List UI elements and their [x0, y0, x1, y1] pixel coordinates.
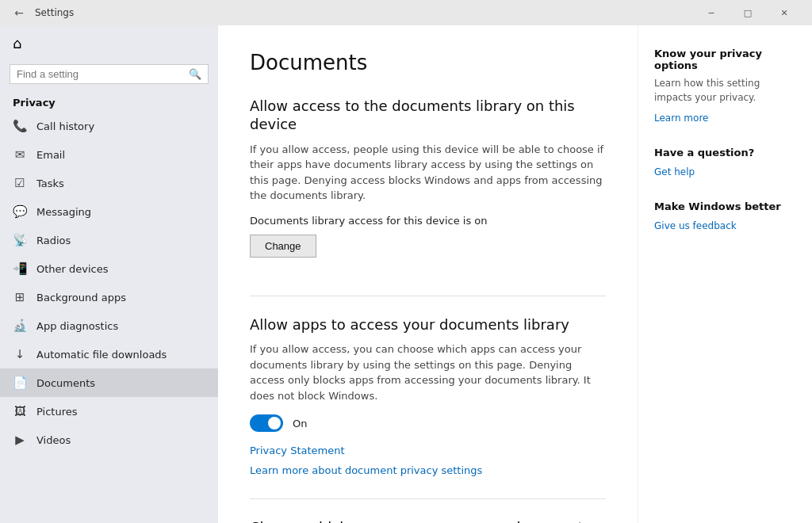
- search-icon: 🔍: [189, 68, 201, 80]
- maximize-icon: □: [744, 8, 752, 18]
- divider-2: [250, 498, 606, 499]
- messaging-label: Messaging: [36, 206, 91, 218]
- automatic-file-downloads-icon: ↓: [13, 347, 27, 361]
- other-devices-label: Other devices: [36, 263, 109, 275]
- pictures-icon: 🖼: [13, 404, 27, 418]
- videos-label: Videos: [36, 434, 71, 446]
- privacy-statement-link[interactable]: Privacy Statement: [250, 445, 606, 456]
- learn-more-documents-link[interactable]: Learn more about document privacy settin…: [250, 464, 606, 476]
- videos-icon: ▶: [13, 433, 27, 447]
- sidebar-item-call-history[interactable]: 📞Call history: [0, 112, 218, 140]
- sidebar-item-automatic-file-downloads[interactable]: ↓Automatic file downloads: [0, 340, 218, 368]
- close-icon: ✕: [780, 8, 787, 18]
- make-windows-better-panel: Make Windows better Give us feedback: [654, 200, 796, 232]
- app-diagnostics-label: App diagnostics: [36, 320, 118, 332]
- right-panel: Know your privacy options Learn how this…: [638, 25, 812, 523]
- email-label: Email: [36, 149, 65, 161]
- automatic-file-downloads-label: Automatic file downloads: [36, 349, 167, 361]
- divider-1: [250, 296, 606, 296]
- close-button[interactable]: ✕: [766, 0, 802, 25]
- search-box[interactable]: 🔍: [10, 64, 209, 84]
- toggle-row: On: [250, 414, 606, 432]
- apps-access-toggle[interactable]: [250, 414, 283, 432]
- app-container: ⌂ 🔍 Privacy 📞Call history✉Email☑Tasks💬Me…: [0, 25, 812, 523]
- maximize-button[interactable]: □: [730, 0, 766, 25]
- sidebar-item-radios[interactable]: 📡Radios: [0, 226, 218, 254]
- documents-label: Documents: [36, 377, 95, 389]
- documents-icon: 📄: [13, 376, 27, 390]
- nav-items-list: 📞Call history✉Email☑Tasks💬Messaging📡Radi…: [0, 112, 218, 454]
- minimize-icon: ─: [709, 8, 714, 18]
- titlebar: ← Settings ─ □ ✕: [0, 0, 812, 25]
- app-diagnostics-icon: 🔬: [13, 319, 27, 333]
- messaging-icon: 💬: [13, 204, 27, 219]
- device-access-title: Allow access to the documents library on…: [250, 97, 606, 134]
- titlebar-title: Settings: [35, 7, 693, 18]
- device-access-desc: If you allow access, people using this d…: [250, 142, 606, 204]
- page-title: Documents: [250, 51, 606, 74]
- search-input[interactable]: [17, 68, 184, 80]
- minimize-button[interactable]: ─: [693, 0, 730, 25]
- have-question-title: Have a question?: [654, 147, 796, 158]
- radios-label: Radios: [36, 235, 71, 246]
- tasks-label: Tasks: [36, 178, 64, 189]
- sidebar-item-email[interactable]: ✉Email: [0, 140, 218, 169]
- sidebar: ⌂ 🔍 Privacy 📞Call history✉Email☑Tasks💬Me…: [0, 25, 218, 523]
- apps-access-title: Allow apps to access your documents libr…: [250, 315, 606, 334]
- sidebar-section-title: Privacy: [0, 90, 218, 112]
- get-help-link[interactable]: Get help: [654, 166, 695, 178]
- sidebar-item-other-devices[interactable]: 📲Other devices: [0, 254, 218, 283]
- back-icon: ←: [14, 6, 24, 19]
- background-apps-icon: ⊞: [13, 290, 27, 304]
- sidebar-item-messaging[interactable]: 💬Messaging: [0, 197, 218, 226]
- email-icon: ✉: [13, 147, 27, 162]
- other-devices-icon: 📲: [13, 262, 27, 276]
- learn-more-link[interactable]: Learn more: [654, 113, 708, 124]
- call-history-icon: 📞: [13, 119, 27, 133]
- call-history-label: Call history: [36, 120, 94, 132]
- background-apps-label: Background apps: [36, 292, 126, 303]
- change-button[interactable]: Change: [250, 235, 316, 258]
- back-button[interactable]: ←: [10, 3, 29, 22]
- sidebar-item-pictures[interactable]: 🖼Pictures: [0, 397, 218, 426]
- sidebar-item-documents[interactable]: 📄Documents: [0, 368, 218, 397]
- window-controls: ─ □ ✕: [693, 0, 802, 25]
- device-access-status: Documents library access for this device…: [250, 215, 606, 227]
- choose-apps-title: Choose which apps can access your docume…: [250, 518, 606, 523]
- apps-access-desc: If you allow access, you can choose whic…: [250, 342, 606, 403]
- have-question-panel: Have a question? Get help: [654, 147, 796, 178]
- privacy-options-desc: Learn how this setting impacts your priv…: [654, 76, 796, 105]
- home-button[interactable]: ⌂: [0, 25, 218, 61]
- make-windows-better-title: Make Windows better: [654, 200, 796, 212]
- tasks-icon: ☑: [13, 176, 27, 190]
- radios-icon: 📡: [13, 233, 27, 247]
- sidebar-item-app-diagnostics[interactable]: 🔬App diagnostics: [0, 311, 218, 340]
- privacy-options-title: Know your privacy options: [654, 48, 796, 71]
- pictures-label: Pictures: [36, 406, 77, 418]
- device-access-section: Allow access to the documents library on…: [250, 97, 606, 273]
- choose-apps-section: Choose which apps can access your docume…: [250, 518, 606, 523]
- main-content: Documents Allow access to the documents …: [218, 25, 638, 523]
- home-icon: ⌂: [13, 35, 21, 52]
- sidebar-item-tasks[interactable]: ☑Tasks: [0, 169, 218, 197]
- sidebar-item-videos[interactable]: ▶Videos: [0, 426, 218, 454]
- give-feedback-link[interactable]: Give us feedback: [654, 220, 737, 231]
- toggle-label: On: [293, 418, 307, 429]
- privacy-options-panel: Know your privacy options Learn how this…: [654, 48, 796, 124]
- apps-access-section: Allow apps to access your documents libr…: [250, 315, 606, 476]
- sidebar-item-background-apps[interactable]: ⊞Background apps: [0, 283, 218, 311]
